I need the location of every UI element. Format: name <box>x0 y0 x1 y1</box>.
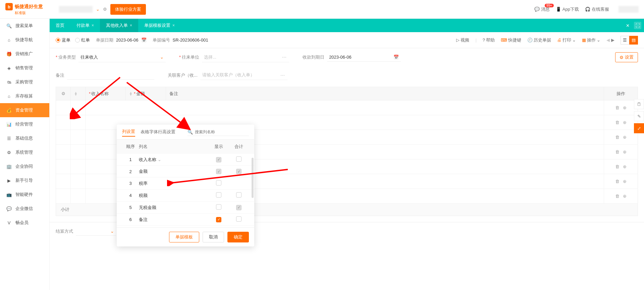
tab-close-icon[interactable]: × <box>130 23 132 28</box>
tab-close-icon[interactable]: × <box>172 23 175 28</box>
sidebar-item-icon: 💰 <box>6 108 12 113</box>
try-industry-button[interactable]: 体验行业方案 <box>110 4 146 15</box>
table-row[interactable]: 🗑 ⊕ <box>56 100 638 115</box>
ops-link[interactable]: ▦操作 ⌄ <box>582 37 600 43</box>
tab-close-all-icon[interactable]: ✕ <box>624 22 631 29</box>
sidebar-item[interactable]: ◈销售管理 <box>0 61 49 75</box>
popup-row-order: 5 <box>122 204 139 211</box>
sidebar-item[interactable]: ▶新手引导 <box>0 173 49 188</box>
settings-button[interactable]: ⚙ 设置 <box>615 52 638 62</box>
add-row-icon[interactable]: ⊕ <box>623 105 627 110</box>
column-settings-gear-icon[interactable]: ⚙ <box>56 87 71 100</box>
user-avatar-blurred[interactable] <box>619 6 639 13</box>
help-link[interactable]: ?帮助 <box>483 37 495 43</box>
sidebar-item[interactable]: ⚙系统管理 <box>0 145 49 159</box>
delete-icon[interactable]: 🗑 <box>615 194 620 199</box>
add-row-icon[interactable]: ⊕ <box>623 120 627 125</box>
sidebar-item[interactable]: 💰资金管理 <box>0 103 49 117</box>
add-row-icon[interactable]: ⊕ <box>623 135 627 140</box>
popup-row: 3 税率 <box>117 177 254 190</box>
popup-head-show: 显示 <box>209 142 229 151</box>
tab[interactable]: 付款单× <box>70 19 100 32</box>
chevron-down-icon[interactable]: ⌄ <box>158 157 161 162</box>
th-amount[interactable]: ▲▼*金额 <box>126 87 166 100</box>
video-link[interactable]: ▷视频 <box>456 37 469 43</box>
cancel-button[interactable]: 取消 <box>203 232 224 242</box>
popup-tab-columns[interactable]: 列设置 <box>122 129 135 137</box>
messages-link[interactable]: 💬 消息 99+ <box>534 6 550 12</box>
sidebar-item[interactable]: ⌂库存核算 <box>0 89 49 103</box>
shortcut-link[interactable]: ⌨快捷键 <box>501 37 521 43</box>
delete-icon[interactable]: 🗑 <box>615 120 620 125</box>
sidebar-item[interactable]: ⌂快捷导航 <box>0 33 49 47</box>
confirm-button[interactable]: 确定 <box>227 232 249 242</box>
radio-blue[interactable]: 蓝单 <box>56 37 70 43</box>
edit-icon[interactable]: ✎ <box>634 111 644 121</box>
gear-icon[interactable]: ⚙ <box>103 7 107 12</box>
tab-close-icon[interactable]: × <box>92 23 94 28</box>
next-icon[interactable]: ▶ <box>611 38 614 43</box>
calendar-icon[interactable]: 📅 <box>141 38 147 43</box>
popup-row-name: 核销金额 <box>139 227 209 228</box>
sidebar-item-icon: 🏢 <box>6 164 12 169</box>
date-value[interactable]: 2023-06-06 <box>116 38 139 43</box>
sidebar-item[interactable]: 🔍搜索菜单 <box>0 19 49 33</box>
add-row-icon[interactable]: ⊕ <box>623 194 627 199</box>
view-card-icon[interactable]: ▤ <box>629 36 638 45</box>
popup-scrollbar[interactable] <box>252 158 254 198</box>
th-income-name[interactable]: *收入名称 <box>86 87 126 100</box>
due-date-input[interactable]: 2023-06-06 📅 <box>327 53 401 62</box>
checkbox-off-icon[interactable] <box>216 204 221 210</box>
chevron-down-icon: ⌄ <box>572 38 576 43</box>
app-download-link[interactable]: 📱 App下载 <box>556 6 579 12</box>
delete-icon[interactable]: 🗑 <box>615 164 620 169</box>
sidebar-item[interactable]: V畅会员 <box>0 216 49 230</box>
sidebar-item[interactable]: 🛍采购管理 <box>0 75 49 89</box>
delete-icon[interactable]: 🗑 <box>615 135 620 140</box>
remark-input[interactable] <box>67 71 154 80</box>
tab[interactable]: 首页 <box>50 19 70 32</box>
add-row-icon[interactable]: ⊕ <box>623 179 627 184</box>
delete-icon[interactable]: 🗑 <box>615 179 620 184</box>
tab[interactable]: 其他收入单× <box>100 19 138 32</box>
checkbox-off-icon[interactable] <box>236 156 241 162</box>
checkbox-off-icon[interactable] <box>236 192 241 198</box>
note-icon[interactable]: 🗒 <box>634 99 644 109</box>
sidebar-item[interactable]: ☰基础信息 <box>0 131 49 145</box>
radio-red[interactable]: 红单 <box>75 37 90 43</box>
rel-customer-input[interactable]: 请输入关联客户（收入单） ⋯ <box>200 70 287 80</box>
sidebar-item[interactable]: 💬企业微信 <box>0 202 49 216</box>
checkbox-off-icon[interactable] <box>216 192 221 198</box>
history-link[interactable]: 🕘历史单据 <box>527 37 551 43</box>
delete-icon[interactable]: 🗑 <box>615 105 620 110</box>
delete-icon[interactable]: 🗑 <box>615 149 620 154</box>
unit-select[interactable]: 选择... ⋯ <box>202 53 289 62</box>
th-remark[interactable]: 备注 <box>166 87 604 100</box>
add-row-icon[interactable]: ⊕ <box>623 164 627 169</box>
settle-select[interactable]: ⌄ <box>76 227 116 236</box>
sidebar-item[interactable]: 📊经营管理 <box>0 117 49 131</box>
column-search-input[interactable] <box>195 130 249 134</box>
biz-type-select[interactable]: 往来收入 ⌄ <box>78 53 166 62</box>
sort-icon[interactable]: ▲▼ <box>74 92 77 96</box>
template-button[interactable]: 单据模板 <box>169 232 199 242</box>
sidebar-item[interactable]: 🎁营销推广 <box>0 47 49 61</box>
sidebar-item[interactable]: 📺智能硬件 <box>0 188 49 202</box>
popup-tab-font[interactable]: 表格字体行高设置 <box>141 129 175 136</box>
checkbox-off-icon[interactable] <box>216 180 221 186</box>
view-list-icon[interactable]: ☰ <box>621 36 629 45</box>
print-link[interactable]: 🖨打印 ⌄ <box>557 37 576 43</box>
sidebar-item[interactable]: 🏢企业协同 <box>0 159 49 173</box>
chevron-down-icon[interactable]: ⌄ <box>96 7 100 12</box>
add-row-icon[interactable]: ⊕ <box>623 149 627 154</box>
grid-icon: ▦ <box>582 38 586 43</box>
checkbox-on-icon[interactable]: ✓ <box>216 217 221 222</box>
expand-icon[interactable]: ⛶ <box>634 22 641 29</box>
sidebar-item-icon: 💬 <box>6 206 12 211</box>
checkbox-off-icon[interactable] <box>236 216 241 222</box>
tab[interactable]: 单据模板设置× <box>138 19 181 32</box>
resize-icon[interactable]: ⤢ <box>634 123 644 133</box>
prev-icon[interactable]: ◀ <box>606 38 610 43</box>
tab-label: 其他收入单 <box>106 22 128 28</box>
online-service-link[interactable]: 🎧 在线客服 <box>585 6 609 12</box>
